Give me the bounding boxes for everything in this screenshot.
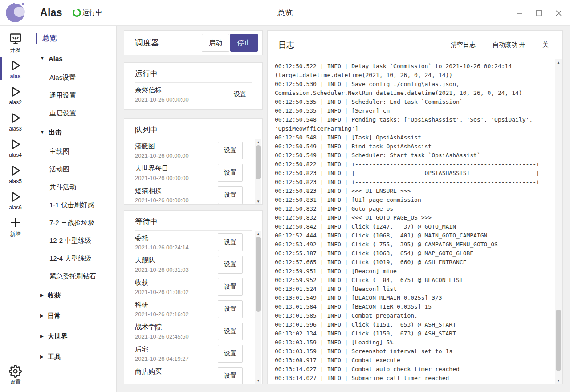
menu-item[interactable]: 紧急委托刷钻石 [31,267,116,285]
log-line: 00:13:03.159 | INFO | Screenshot interva… [275,347,550,356]
task-setting-button[interactable]: 设置 [218,323,243,340]
task-setting-button[interactable]: 设置 [218,300,243,318]
rail-item[interactable]: alas [0,56,31,82]
scroll-up-icon[interactable]: ▲ [555,59,562,65]
scroll-down-icon[interactable]: ▼ [255,198,261,204]
maximize-button[interactable] [534,8,543,17]
log-line: 00:12:50.823 | INFO | <<< UI ENSURE >>> [275,187,550,196]
task-row: 短猫相接 2021-10-26 00:00:00 设置 [135,185,243,204]
rail-item-label: alas3 [9,126,22,132]
scrollbar-thumb[interactable] [256,237,261,312]
rail-settings[interactable]: 设置 [0,355,31,392]
scrollbar[interactable]: ▲ ▼ [255,139,261,204]
menu-item[interactable]: ▶ 大世界 [31,326,116,347]
log-line: 00:12:50.831 | INFO | [UI] page_commissi… [275,196,550,204]
task-row: 收获 2021-10-26 01:08:02 设置 [135,277,243,299]
task-setting-button[interactable]: 设置 [218,278,243,296]
menu-item[interactable]: 主线图 [31,143,116,160]
group-arrow-icon: ▶ [40,293,44,298]
menu-item-label: 工具 [48,353,61,361]
divider [5,359,26,359]
stop-button[interactable]: 停止 [230,34,258,52]
scroll-up-icon[interactable]: ▲ [255,231,261,237]
log-line: (target=datetime.datetime(2021, 10, 26, … [275,71,550,80]
log-body[interactable]: 00:12:50.522 | INFO | Delay task `Commis… [268,59,562,384]
rail-item[interactable]: alas6 [0,187,31,213]
log-line: 00:12:50.842 | INFO | Click (1247, 37) @… [275,222,550,231]
log-off-button[interactable]: 关 [536,37,555,53]
menu-item[interactable]: 通用设置 [31,86,116,104]
menu-item[interactable]: 活动图 [31,160,116,178]
rail-item[interactable]: alas4 [0,135,31,161]
menu-item[interactable]: 12-2 中型练级 [31,232,116,249]
task-setting-button[interactable]: 设置 [218,142,243,159]
scrollbar[interactable]: ▲ ▼ [555,59,562,384]
task-row: 大世界每日 2021-10-26 00:00:00 设置 [135,163,243,185]
menu-item[interactable]: 重启设置 [31,104,116,122]
task-row: 余烬信标 2021-10-26 00:00:00 设置 [135,85,252,107]
task-setting-button[interactable]: 设置 [218,256,243,274]
log-line: 00:12:50.823 | INFO | | OPSIASHASSIST | [275,169,550,178]
scrollbar-thumb[interactable] [256,145,261,179]
scrollbar[interactable]: ▲ ▼ [255,231,261,384]
menu-item[interactable]: ▶ 日常 [31,306,116,326]
main-content: 调度器 启动 停止 运行中 余烬信标 2021-10 [117,26,570,392]
alas-logo-icon [6,3,26,23]
task-setting-button[interactable]: 设置 [218,186,243,204]
menu-item-label: 总览 [42,34,57,43]
rail-item[interactable]: alas3 [0,108,31,135]
scroll-down-icon[interactable]: ▼ [255,377,261,384]
waiting-list: 委托 2021-10-26 00:24:14 设置 大舰队 2021-10-26… [124,231,262,384]
task-row: 商店购买 设置 [135,366,243,384]
menu-item[interactable]: ▼ 出击 [31,122,116,143]
rail-item[interactable]: 开发 [0,29,31,56]
log-line: 00:13:01.549 | INFO | [BEACON_REMAIN 0.0… [275,294,550,302]
menu-item[interactable]: 12-4 大型练级 [31,249,116,267]
task-setting-button[interactable]: 设置 [228,86,252,103]
scrollbar-thumb[interactable] [556,310,561,371]
task-setting-button[interactable]: 设置 [218,367,243,384]
play-icon [9,190,22,204]
task-row: 潜艇图 2021-10-26 00:00:00 设置 [135,141,243,163]
running-list: 余烬信标 2021-10-26 00:00:00 设置 [124,83,262,107]
scroll-up-icon[interactable]: ▲ [255,139,261,145]
start-button[interactable]: 启动 [202,34,229,52]
task-setting-button[interactable]: 设置 [218,164,243,182]
log-line: 00:12:50.530 | INFO | Save config ./conf… [275,80,550,89]
queued-card: 队列中 潜艇图 2021-10-26 00:00:00 设置 大世界每日 [124,118,263,205]
task-setting-button[interactable]: 设置 [218,345,243,363]
log-line: 00:12:50.548 | INFO | Pending tasks: ['O… [275,115,550,124]
waiting-title: 等待中 [124,211,262,230]
menu-item-label: 7-2 三战捡垃圾 [49,219,94,227]
minimize-icon [516,10,523,16]
log-line: 00:13:01.585 | INFO | Combat preparation… [275,311,550,320]
running-spinner-icon [72,8,81,17]
menu-item[interactable]: 总览 [31,29,116,48]
rail-item[interactable]: alas2 [0,82,31,108]
minimize-button[interactable] [515,8,524,17]
clear-log-button[interactable]: 清空日志 [444,37,482,53]
play-icon [9,59,22,72]
menu-item[interactable]: 1-1 伏击刷好感 [31,196,116,214]
close-icon [555,10,562,16]
autoscroll-toggle-button[interactable]: 自动滚动 开 [486,37,532,53]
play-icon [9,164,22,177]
menu-item[interactable]: 共斗活动 [31,178,116,196]
task-row: 后宅 2021-10-26 04:19:27 设置 [135,344,243,366]
menu-item-label: 紧急委托刷钻石 [49,272,96,281]
close-button[interactable] [554,8,563,17]
task-setting-button[interactable]: 设置 [218,233,243,251]
menu-item[interactable]: ▼ Alas [31,48,116,69]
menu-item[interactable]: ▶ 工具 [31,347,116,367]
rail-item[interactable]: alas5 [0,161,31,187]
maximize-icon [536,10,542,16]
scroll-down-icon[interactable]: ▼ [555,377,562,384]
menu-item[interactable]: ▶ 收获 [31,285,116,306]
play-icon [9,85,22,98]
menu-item[interactable]: Alas设置 [31,69,116,86]
status-label: 运行中 [82,8,102,17]
menu-item[interactable]: 7-2 三战捡垃圾 [31,214,116,232]
log-line: 00:12:57.665 | INFO | Click (1019, 660) … [275,258,550,267]
rail-item[interactable]: 新增 [0,213,31,240]
menu-item-label: 重启设置 [49,109,76,118]
